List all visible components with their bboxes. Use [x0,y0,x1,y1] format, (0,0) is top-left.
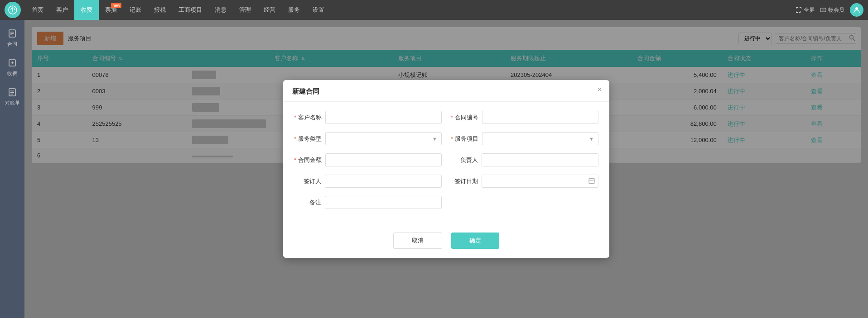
form-row-3: 合同金额 0.00 负责人 [294,153,598,166]
user-avatar[interactable] [850,3,863,17]
form-group-responsible: 负责人 [451,153,598,166]
nav-items: 首页 客户 收费 票据 new 记账 报税 工商项目 消息 管理 经营 服务 设… [25,0,796,20]
nav-client[interactable]: 客户 [50,0,74,20]
form-row-4: 签订人 签订日期 2023-06-06 [294,175,598,188]
service-type-select[interactable] [325,132,442,145]
customer-name-label: 客户名称 [294,114,322,122]
statement-icon [7,87,18,98]
sign-date-wrapper: 2023-06-06 [482,175,598,188]
sidebar-item-billing[interactable]: 收费 [1,54,24,81]
nav-business[interactable]: 工商项目 [172,0,208,20]
form-group-remarks: 备注 [294,196,442,209]
sign-date-input[interactable]: 2023-06-06 [482,175,598,188]
remarks-input[interactable] [325,196,442,209]
nav-bookkeeping[interactable]: 记账 [123,0,148,20]
customer-name-input[interactable] [325,111,442,124]
app-logo [5,2,21,18]
billing-icon [7,57,18,68]
nav-home[interactable]: 首页 [25,0,50,20]
service-item-select[interactable] [482,132,598,145]
signer-label: 签订人 [294,177,321,185]
nav-management[interactable]: 管理 [233,0,257,20]
sidebar-item-statement[interactable]: 对账单 [1,83,24,110]
remarks-label: 备注 [294,199,321,207]
top-nav: 首页 客户 收费 票据 new 记账 报税 工商项目 消息 管理 经营 服务 设… [0,0,868,20]
sign-date-label: 签订日期 [451,177,478,185]
modal-overlay: 新建合同 × 客户名称 合同编号 [24,20,868,318]
fullscreen-button[interactable]: 全屏 [796,6,815,14]
main-layout: 合同 收费 对账单 新增 服务项目 进行中 已完成 [0,20,868,318]
modal-close-button[interactable]: × [597,85,602,94]
sidebar-contract-label: 合同 [7,41,17,47]
calendar-icon[interactable] [588,177,595,185]
nav-operations[interactable]: 经营 [257,0,282,20]
nav-invoice[interactable]: 票据 new [99,0,123,20]
sidebar-item-contract[interactable]: 合同 [1,24,24,51]
contract-icon [7,28,18,39]
confirm-button[interactable]: 确定 [451,233,499,249]
sidebar-statement-label: 对账单 [5,100,20,106]
nav-billing[interactable]: 收费 [74,0,99,20]
svg-rect-16 [589,178,594,183]
nav-tax[interactable]: 报税 [148,0,172,20]
new-contract-modal: 新建合同 × 客户名称 合同编号 [283,80,609,258]
modal-header: 新建合同 × [283,80,609,102]
contract-amount-label: 合同金额 [294,156,322,164]
form-group-customer: 客户名称 [294,111,442,124]
new-badge: new [111,3,121,8]
member-button[interactable]: 畅会员 [820,6,844,14]
form-group-service-type: 服务类型 ▼ [294,132,442,145]
modal-footer: 取消 确定 [283,226,609,258]
form-group-service-item: 服务项目 ▼ [451,132,598,145]
form-group-amount: 合同金额 0.00 [294,153,442,166]
nav-message[interactable]: 消息 [208,0,233,20]
form-row-5: 备注 [294,196,598,209]
responsible-input[interactable] [482,153,598,166]
modal-body: 客户名称 合同编号 服务类型 [283,102,609,226]
form-group-contract-no: 合同编号 [451,111,598,124]
form-group-sign-date: 签订日期 2023-06-06 [451,175,598,188]
contract-no-label: 合同编号 [451,114,478,122]
content-area: 新增 服务项目 进行中 已完成 已取消 [24,20,868,318]
form-row-1: 客户名称 合同编号 [294,111,598,124]
sidebar-billing-label: 收费 [7,70,17,77]
nav-service[interactable]: 服务 [282,0,306,20]
nav-settings[interactable]: 设置 [306,0,331,20]
service-type-label: 服务类型 [294,135,322,143]
modal-title: 新建合同 [292,87,319,95]
service-type-select-wrapper: ▼ [325,132,442,145]
sidebar: 合同 收费 对账单 [0,20,24,318]
service-item-label: 服务项目 [451,135,478,143]
service-item-select-wrapper: ▼ [482,132,598,145]
responsible-label: 负责人 [451,156,478,164]
svg-point-2 [855,7,858,10]
nav-right-actions: 全屏 畅会员 [796,3,863,17]
contract-no-input[interactable] [482,111,598,124]
form-group-signer: 签订人 [294,175,442,188]
form-row-2: 服务类型 ▼ 服务项目 [294,132,598,145]
contract-amount-input[interactable]: 0.00 [325,153,442,166]
signer-input[interactable] [325,175,442,188]
cancel-button[interactable]: 取消 [393,233,442,249]
